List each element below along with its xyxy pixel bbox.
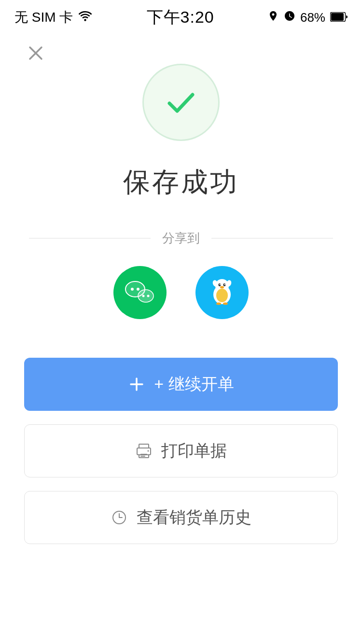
wechat-share-button[interactable] bbox=[113, 266, 167, 319]
svg-point-17 bbox=[220, 286, 224, 289]
svg-point-13 bbox=[219, 283, 221, 286]
continue-order-button[interactable]: + 继续开单 bbox=[24, 358, 338, 411]
alarm-icon bbox=[284, 10, 295, 25]
print-button[interactable]: 打印单据 bbox=[24, 424, 338, 477]
svg-point-9 bbox=[142, 295, 145, 297]
svg-point-20 bbox=[223, 303, 228, 305]
svg-rect-1 bbox=[331, 13, 344, 21]
print-label: 打印单据 bbox=[161, 440, 227, 462]
svg-point-15 bbox=[220, 284, 221, 285]
status-bar: 无 SIM 卡 下午3:20 68% bbox=[0, 0, 362, 35]
close-button[interactable] bbox=[23, 41, 48, 66]
success-icon-circle bbox=[142, 64, 220, 141]
status-time: 下午3:20 bbox=[147, 6, 214, 28]
qq-share-button[interactable] bbox=[195, 266, 249, 319]
success-title: 保存成功 bbox=[123, 164, 239, 201]
main-content: 保存成功 分享到 bbox=[0, 35, 362, 544]
share-icons bbox=[113, 266, 249, 319]
svg-point-14 bbox=[223, 283, 226, 286]
sim-text: 无 SIM 卡 bbox=[14, 8, 73, 27]
status-left: 无 SIM 卡 bbox=[14, 8, 93, 27]
battery-percent: 68% bbox=[300, 10, 325, 25]
svg-point-30 bbox=[148, 450, 149, 452]
svg-point-8 bbox=[138, 290, 153, 302]
continue-order-label: + 继续开单 bbox=[154, 373, 234, 395]
svg-point-7 bbox=[137, 288, 139, 291]
divider-line-left bbox=[29, 238, 151, 238]
svg-rect-29 bbox=[140, 456, 145, 457]
svg-point-18 bbox=[216, 289, 228, 302]
history-label: 查看销货单历史 bbox=[137, 506, 251, 529]
status-right: 68% bbox=[267, 10, 348, 25]
action-buttons: + 继续开单 打印单据 查看销货单历史 bbox=[0, 358, 362, 544]
svg-point-19 bbox=[216, 303, 221, 305]
share-label: 分享到 bbox=[151, 230, 211, 247]
svg-rect-28 bbox=[140, 454, 147, 455]
share-divider: 分享到 bbox=[0, 230, 362, 247]
svg-point-6 bbox=[131, 288, 134, 291]
battery-icon bbox=[330, 10, 348, 25]
wifi-icon bbox=[79, 10, 93, 25]
history-button[interactable]: 查看销货单历史 bbox=[24, 491, 338, 544]
location-icon bbox=[267, 10, 279, 25]
divider-line-right bbox=[211, 238, 333, 238]
svg-point-16 bbox=[224, 284, 225, 285]
svg-point-10 bbox=[147, 295, 150, 297]
